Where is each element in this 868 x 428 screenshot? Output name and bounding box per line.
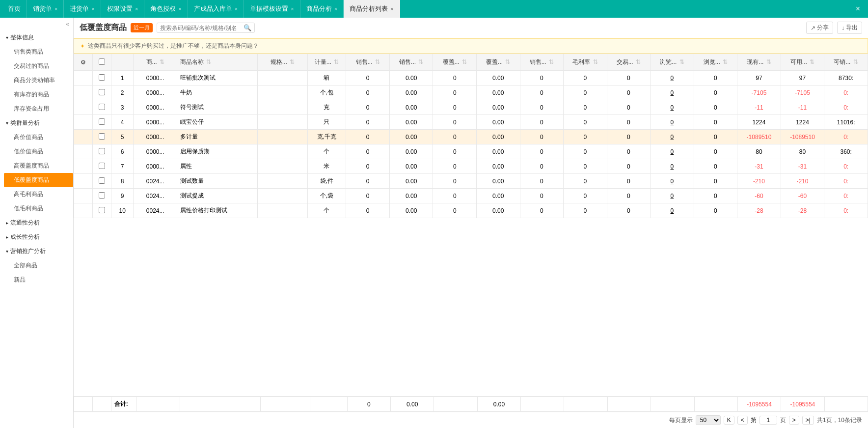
nav-product-analysis[interactable]: 商品分析 × — [300, 0, 344, 18]
column-settings-btn[interactable]: ⚙ — [74, 54, 93, 71]
nav-purchase[interactable]: 进货单 × — [64, 0, 101, 18]
browse-link[interactable]: 0 — [671, 134, 674, 141]
column-sales2-header[interactable]: 销售... ⇅ — [389, 54, 433, 71]
column-coverage1-header[interactable]: 覆盖... ⇅ — [433, 54, 477, 71]
per-page-select[interactable]: 50 20 100 — [696, 415, 721, 425]
cell-browse1[interactable]: 0 — [651, 71, 694, 86]
sidebar-item-category-rate[interactable]: 商品分类动销率 — [4, 73, 73, 87]
search-input[interactable] — [160, 25, 244, 31]
row-checkbox[interactable] — [99, 207, 105, 213]
sidebar-section-overview[interactable]: ▾ 整体信息 — [0, 30, 73, 45]
sidebar-item-stock-capital[interactable]: 库存资金占用 — [4, 102, 73, 116]
close-icon[interactable]: × — [235, 6, 238, 12]
cell-checkbox[interactable] — [92, 203, 111, 218]
nav-product-storage[interactable]: 产成品入库单 × — [188, 0, 244, 18]
cell-browse1[interactable]: 0 — [651, 189, 694, 203]
browse-link[interactable]: 0 — [671, 75, 674, 82]
close-icon[interactable]: × — [135, 6, 138, 12]
column-stock1-header[interactable]: 现有... ⇅ — [737, 54, 781, 71]
nav-template-settings[interactable]: 单据模板设置 × — [244, 0, 300, 18]
sidebar-section-growth[interactable]: ▸ 成长性分析 — [0, 230, 73, 244]
column-coverage2-header[interactable]: 覆盖... ⇅ — [477, 54, 520, 71]
column-code-header[interactable]: 商... ⇅ — [134, 54, 177, 71]
sidebar-item-low-margin[interactable]: 低毛利商品 — [4, 201, 73, 216]
browse-link[interactable]: 0 — [671, 104, 674, 111]
close-icon[interactable]: × — [91, 6, 94, 12]
cell-browse1[interactable]: 0 — [651, 203, 694, 218]
sidebar-item-high-margin[interactable]: 高毛利商品 — [4, 187, 73, 201]
column-browse2-header[interactable]: 浏览... ⇅ — [694, 54, 737, 71]
column-sellable-header[interactable]: 可销... ⇅ — [824, 54, 868, 71]
nav-home[interactable]: 首页 — [2, 0, 27, 18]
cell-browse1[interactable]: 0 — [651, 159, 694, 174]
browse-link[interactable]: 0 — [671, 89, 674, 96]
column-sales1-header[interactable]: 销售... ⇅ — [346, 54, 390, 71]
sidebar-item-low-coverage[interactable]: 低覆盖度商品 — [4, 173, 73, 187]
row-checkbox[interactable] — [99, 177, 105, 184]
sidebar-item-in-stock[interactable]: 有库存的商品 — [4, 87, 73, 102]
next-page-button[interactable]: > — [789, 416, 799, 425]
select-all-checkbox[interactable] — [99, 58, 105, 65]
first-page-button[interactable]: K — [724, 416, 734, 425]
sidebar-item-all-goods[interactable]: 全部商品 — [4, 258, 73, 273]
column-trade-header[interactable]: 交易... ⇅ — [607, 54, 651, 71]
sidebar-section-marketing[interactable]: ▾ 营销推广分析 — [0, 244, 73, 258]
nav-permissions[interactable]: 权限设置 × — [101, 0, 144, 18]
row-checkbox[interactable] — [99, 74, 105, 81]
cell-checkbox[interactable] — [92, 115, 111, 130]
browse-link[interactable]: 0 — [671, 178, 674, 185]
sidebar-section-group-analysis[interactable]: ▾ 类群量分析 — [0, 116, 73, 130]
browse-link[interactable]: 0 — [671, 193, 674, 200]
last-page-button[interactable]: >| — [802, 416, 814, 425]
data-table-container[interactable]: ⚙ 商... ⇅ 商品名称 ⇅ 规格... ⇅ 计量... ⇅ 销售... ⇅ … — [74, 54, 868, 396]
cell-browse1[interactable]: 0 — [651, 100, 694, 115]
nav-sales[interactable]: 销货单 × — [27, 0, 64, 18]
close-icon[interactable]: × — [334, 6, 337, 12]
cell-checkbox[interactable] — [92, 100, 111, 115]
row-checkbox[interactable] — [99, 163, 105, 169]
prev-page-button[interactable]: < — [737, 416, 748, 425]
sidebar-collapse-button[interactable]: « — [0, 18, 73, 30]
cell-checkbox[interactable] — [92, 71, 111, 86]
column-checkbox-all[interactable] — [92, 54, 111, 71]
row-checkbox[interactable] — [99, 133, 105, 140]
cell-checkbox[interactable] — [92, 189, 111, 203]
row-checkbox[interactable] — [99, 118, 105, 125]
column-stock2-header[interactable]: 可用... ⇅ — [781, 54, 824, 71]
cell-browse1[interactable]: 0 — [651, 144, 694, 159]
row-checkbox[interactable] — [99, 192, 105, 199]
cell-browse1[interactable]: 0 — [651, 174, 694, 189]
window-close-button[interactable]: × — [850, 4, 866, 13]
close-icon[interactable]: × — [390, 6, 393, 12]
cell-browse1[interactable]: 0 — [651, 130, 694, 144]
share-button[interactable]: ↗ 分享 — [806, 22, 833, 34]
close-icon[interactable]: × — [54, 6, 57, 12]
cell-checkbox[interactable] — [92, 144, 111, 159]
cell-checkbox[interactable] — [92, 174, 111, 189]
sidebar-item-low-value[interactable]: 低价值商品 — [4, 144, 73, 159]
close-icon[interactable]: × — [178, 6, 181, 12]
column-name-header[interactable]: 商品名称 ⇅ — [177, 54, 257, 71]
close-icon[interactable]: × — [291, 6, 294, 12]
nav-roles[interactable]: 角色授权 × — [144, 0, 188, 18]
cell-browse1[interactable]: 0 — [651, 86, 694, 100]
column-spec-header[interactable]: 规格... ⇅ — [258, 54, 307, 71]
export-button[interactable]: ↓ 导出 — [837, 22, 862, 34]
column-browse1-header[interactable]: 浏览... ⇅ — [651, 54, 694, 71]
sidebar-item-traded-goods[interactable]: 交易过的商品 — [4, 59, 73, 73]
row-checkbox[interactable] — [99, 104, 105, 110]
column-sales3-header[interactable]: 销售... ⇅ — [520, 54, 564, 71]
sidebar-section-circulation[interactable]: ▸ 流通性分析 — [0, 216, 73, 230]
cell-checkbox[interactable] — [92, 159, 111, 174]
browse-link[interactable]: 0 — [671, 148, 674, 155]
cell-checkbox[interactable] — [92, 86, 111, 100]
browse-link[interactable]: 0 — [671, 119, 674, 126]
row-checkbox[interactable] — [99, 89, 105, 95]
cell-browse1[interactable]: 0 — [651, 115, 694, 130]
column-unit-header[interactable]: 计量... ⇅ — [307, 54, 346, 71]
cell-checkbox[interactable] — [92, 130, 111, 144]
column-gross-header[interactable]: 毛利率 ⇅ — [564, 54, 607, 71]
row-checkbox[interactable] — [99, 148, 105, 154]
sidebar-item-high-value[interactable]: 高价值商品 — [4, 130, 73, 144]
sidebar-item-new-goods[interactable]: 新品 — [4, 273, 73, 287]
